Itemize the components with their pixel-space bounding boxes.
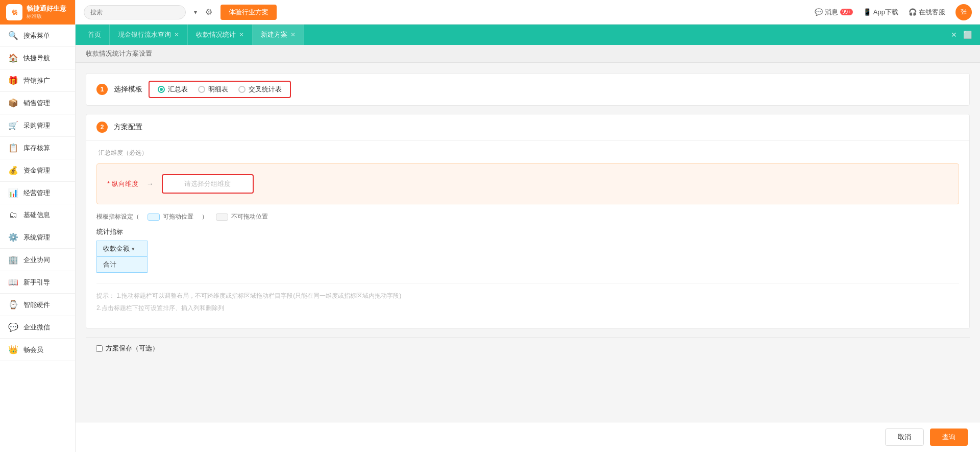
- metrics-section: 模板指标设定（ 可拖动位置 ） 不可拖动位置 统计指标: [96, 212, 959, 320]
- save-checkbox-label[interactable]: 方案保存（可选）: [96, 344, 159, 353]
- sidebar-item-system[interactable]: ⚙️ 系统管理: [0, 226, 75, 249]
- metric-amount-label: 收款金额: [103, 244, 130, 253]
- legend-separator: ）: [202, 212, 208, 221]
- sidebar-item-enterprise[interactable]: 🏢 企业协同: [0, 249, 75, 271]
- step2-header: 2 方案配置: [86, 114, 969, 140]
- notification-icon: 💬: [815, 8, 823, 16]
- step1-title: 选择模板: [114, 85, 142, 94]
- sidebar-item-search[interactable]: 🔍 搜索菜单: [0, 25, 75, 47]
- notification-item[interactable]: 💬 消息 99+: [815, 8, 853, 17]
- sidebar-logo: 畅 畅捷通好生意 标准版: [0, 0, 75, 25]
- user-avatar[interactable]: 张: [955, 4, 972, 20]
- sidebar-item-quicknav[interactable]: 🏠 快捷导航: [0, 47, 75, 69]
- template-option-detail[interactable]: 明细表: [198, 85, 228, 94]
- enterprise-icon: 🏢: [8, 255, 18, 265]
- tab-receipt-stat[interactable]: 收款情况统计 ✕: [188, 25, 253, 45]
- template-options-box: 汇总表 明细表 交叉统计表: [149, 81, 291, 98]
- logo-title: 畅捷通好生意: [27, 5, 66, 13]
- main-area: ▾ ⚙ 体验行业方案 💬 消息 99+ 📱 App下载 🎧 在线客服 张: [76, 0, 980, 452]
- radio-summary[interactable]: [158, 86, 165, 93]
- template-summary-label: 汇总表: [168, 85, 188, 94]
- online-service-item[interactable]: 🎧 在线客服: [909, 8, 945, 17]
- guide-icon: 📖: [8, 277, 18, 287]
- settings-icon[interactable]: ⚙: [205, 7, 212, 17]
- sidebar-item-marketing[interactable]: 🎁 营销推广: [0, 69, 75, 92]
- system-icon: ⚙️: [8, 232, 18, 242]
- metric-amount-subtotal: 合计: [96, 257, 148, 273]
- tab-new-plan[interactable]: 新建方案 ✕: [253, 25, 304, 45]
- sidebar-item-label: 资金管理: [23, 166, 50, 175]
- sidebar-item-label: 企业微信: [23, 323, 50, 332]
- operation-icon: 📊: [8, 188, 18, 198]
- sidebar-item-label: 采购管理: [23, 121, 50, 130]
- metric-card-amount[interactable]: 收款金额 ▾ 合计: [96, 241, 148, 273]
- sidebar: 畅 畅捷通好生意 标准版 🔍 搜索菜单 🏠 快捷导航 🎁 营销推广 📦 销售管理…: [0, 0, 76, 452]
- download-icon: 📱: [863, 8, 871, 16]
- tips-area: 提示： 1.拖动标题栏可以调整布局，不可跨维度或指标区域拖动栏目字段(只能在同一…: [96, 283, 959, 320]
- template-option-cross[interactable]: 交叉统计表: [238, 85, 282, 94]
- wechat-icon: 💬: [8, 322, 18, 332]
- notification-badge: 99+: [840, 9, 853, 15]
- sidebar-item-label: 智能硬件: [23, 300, 50, 310]
- app-download-item[interactable]: 📱 App下载: [863, 8, 898, 17]
- dimension-row: * 纵向维度 → 请选择分组维度: [107, 174, 254, 194]
- sidebar-item-label: 销售管理: [23, 99, 50, 108]
- avatar-text: 张: [961, 8, 967, 16]
- cancel-button[interactable]: 取消: [885, 429, 924, 446]
- legend-draggable: 可拖动位置: [148, 212, 193, 221]
- content-area: 收款情况统计方案设置 1 选择模板 汇总表: [76, 45, 980, 422]
- sidebar-item-wechat[interactable]: 💬 企业微信: [0, 316, 75, 339]
- home-icon: 🏠: [8, 53, 18, 63]
- query-button[interactable]: 查询: [930, 429, 968, 446]
- legend-fixed: 不可拖动位置: [216, 212, 268, 221]
- template-option-summary[interactable]: 汇总表: [158, 85, 188, 94]
- tab-new-plan-close[interactable]: ✕: [290, 31, 296, 38]
- maximize-window-icon[interactable]: ⬜: [963, 31, 972, 39]
- sidebar-item-purchase[interactable]: 🛒 采购管理: [0, 114, 75, 137]
- sidebar-item-label: 企业协同: [23, 255, 50, 265]
- metric-amount-dropdown[interactable]: ▾: [132, 246, 135, 252]
- sidebar-item-basicinfo[interactable]: 🗂 基础信息: [0, 204, 75, 226]
- sidebar-item-finance[interactable]: 💰 资金管理: [0, 159, 75, 182]
- save-label: 方案保存（可选）: [106, 344, 159, 353]
- sidebar-item-operation[interactable]: 📊 经营管理: [0, 182, 75, 204]
- topbar-dropdown-icon[interactable]: ▾: [194, 9, 197, 16]
- sidebar-item-sales[interactable]: 📦 销售管理: [0, 92, 75, 114]
- sidebar-item-inventory[interactable]: 📋 库存核算: [0, 137, 75, 159]
- draggable-indicator: [148, 213, 160, 221]
- step2-title: 方案配置: [114, 123, 142, 132]
- tab-bank-flow-label: 现金银行流水查询: [118, 30, 171, 39]
- breadcrumb-text: 收款情况统计方案设置: [86, 50, 152, 57]
- draggable-label: 可拖动位置: [163, 212, 193, 221]
- sidebar-item-guide[interactable]: 📖 新手引导: [0, 271, 75, 294]
- topbar: ▾ ⚙ 体验行业方案 💬 消息 99+ 📱 App下载 🎧 在线客服 张: [76, 0, 980, 25]
- sidebar-item-label: 畅会员: [23, 345, 43, 354]
- dimension-select[interactable]: 请选择分组维度: [162, 174, 254, 194]
- dimension-arrow: →: [146, 180, 154, 188]
- tab-bank-flow[interactable]: 现金银行流水查询 ✕: [110, 25, 188, 45]
- tab-home[interactable]: 首页: [80, 25, 110, 45]
- close-window-icon[interactable]: ✕: [951, 31, 957, 39]
- fixed-indicator: [216, 213, 228, 221]
- smarthw-icon: ⌚: [8, 300, 18, 310]
- industry-solution-button[interactable]: 体验行业方案: [220, 5, 277, 20]
- template-detail-label: 明细表: [208, 85, 228, 94]
- tab-bank-flow-close[interactable]: ✕: [174, 31, 179, 38]
- metric-amount-header[interactable]: 收款金额 ▾: [96, 241, 148, 257]
- dimension-placeholder: 请选择分组维度: [184, 179, 231, 188]
- save-checkbox[interactable]: [96, 345, 103, 352]
- sidebar-item-member[interactable]: 👑 畅会员: [0, 339, 75, 361]
- sidebar-item-smarthw[interactable]: ⌚ 智能硬件: [0, 294, 75, 316]
- sidebar-item-label: 搜索菜单: [23, 31, 50, 40]
- topbar-right: 💬 消息 99+ 📱 App下载 🎧 在线客服 张: [815, 4, 972, 20]
- radio-cross[interactable]: [238, 86, 246, 93]
- step2-badge: 2: [96, 122, 108, 133]
- basicinfo-icon: 🗂: [8, 210, 18, 220]
- radio-detail[interactable]: [198, 86, 205, 93]
- metric-subtotal-label: 合计: [103, 260, 116, 268]
- tab-bar: 首页 现金银行流水查询 ✕ 收款情况统计 ✕ 新建方案 ✕ ✕ ⬜: [76, 25, 980, 45]
- dimension-area: * 纵向维度 → 请选择分组维度: [96, 163, 959, 204]
- tab-receipt-stat-close[interactable]: ✕: [239, 31, 244, 38]
- search-input[interactable]: [84, 5, 186, 19]
- sales-icon: 📦: [8, 98, 18, 108]
